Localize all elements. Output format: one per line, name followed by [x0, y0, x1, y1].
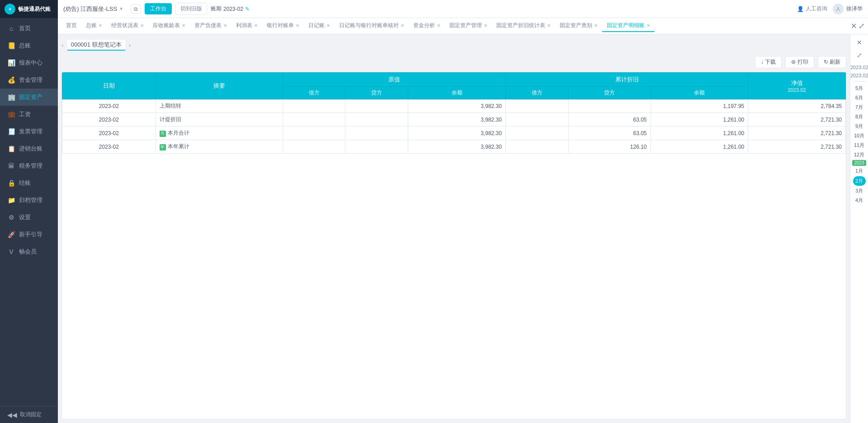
month-5月[interactable]: 5月 [850, 84, 868, 93]
breadcrumb-forward[interactable]: › [129, 42, 131, 49]
row-orig-debit-1 [283, 113, 345, 127]
year-2023-label[interactable]: 2023.02 [850, 63, 868, 71]
invoice-icon: 🧾 [7, 127, 15, 136]
row-orig-debit-3 [283, 140, 345, 154]
company-selector[interactable]: (劝告) 江西服坐-LSS ▼ [63, 5, 123, 13]
row-accum-debit-1 [505, 113, 568, 127]
home-icon: ⌂ [7, 24, 15, 33]
sidebar-item-fixed-assets[interactable]: 🏢 固定资产 [0, 89, 58, 106]
sidebar-item-reports[interactable]: 📊 报表中心 [0, 54, 58, 71]
breadcrumb: 000001 联想笔记本 [67, 40, 125, 51]
tab-close-bankcheck[interactable]: ✕ [401, 23, 404, 28]
period-label: 账期 [211, 5, 222, 13]
help-button[interactable]: 👤 人工咨询 [797, 5, 827, 13]
tab-assettype[interactable]: 固定资产类别✕ [555, 20, 602, 32]
tab-business[interactable]: 经营状况表✕ [107, 20, 148, 32]
tab-bank[interactable]: 银行对账单✕ [262, 20, 304, 32]
sidebar-item-label-member: 畅会员 [19, 248, 37, 256]
tab-fixedasset[interactable]: 固定资产管理✕ [445, 20, 492, 32]
tab-profit[interactable]: 利润表✕ [231, 20, 262, 32]
year-2023-label2[interactable]: 2023.02 [850, 71, 868, 80]
sidebar-item-salary[interactable]: 💼 工资 [0, 106, 58, 123]
row-accum-debit-0 [505, 99, 568, 113]
tab-bankcheck[interactable]: 日记账与银行对账单核对✕ [335, 20, 409, 32]
guide-icon: 🚀 [7, 230, 15, 239]
month-10月[interactable]: 10月 [850, 131, 868, 141]
tab-close-all[interactable]: ✕ [851, 22, 857, 30]
tab-depreciation[interactable]: 固定资产折旧统计表✕ [492, 20, 555, 32]
sidebar-item-general-ledger[interactable]: 📒 总账 [0, 37, 58, 54]
col-accum-group: 累计折旧 [505, 73, 748, 87]
row-summary-3: 本年累计 [168, 143, 189, 150]
help-icon: 👤 [797, 6, 804, 12]
content-main: ‹ 000001 联想笔记本 › ↓ 下载 ⊜ 打印 ↻ 刷新 日期 摘要 原值 [58, 34, 850, 423]
sidebar-item-sales[interactable]: 📋 进销台账 [0, 140, 58, 157]
user-menu[interactable]: 人 徐泽华 [833, 4, 863, 14]
col-accum-credit: 贷方 [568, 87, 651, 99]
tab-close-fixedasset[interactable]: ✕ [484, 23, 487, 28]
tab-journal[interactable]: 日记账✕ [304, 20, 335, 32]
tab-cashflow[interactable]: 资金分析✕ [409, 20, 445, 32]
tab-close-depreciation[interactable]: ✕ [547, 23, 551, 28]
sidebar-item-invoice[interactable]: 🧾 发票管理 [0, 123, 58, 140]
tab-label-journal: 日记账 [308, 22, 325, 29]
month-9月[interactable]: 9月 [850, 122, 868, 131]
sidebar-item-close[interactable]: 🔒 结账 [0, 174, 58, 192]
tab-close-receivable[interactable]: ✕ [182, 23, 185, 28]
copy-button[interactable]: ⧉ [131, 5, 141, 14]
sidebar-item-member[interactable]: V 畅会员 [0, 243, 58, 260]
sidebar-item-guide[interactable]: 🚀 新手引导 [0, 226, 58, 243]
tab-close-assets[interactable]: ✕ [223, 23, 227, 28]
tab-close-general[interactable]: ✕ [99, 23, 102, 28]
month-12月[interactable]: 12月 [850, 150, 868, 160]
refresh-button[interactable]: ↻ 刷新 [818, 56, 846, 68]
tab-receivable[interactable]: 应收账龄表✕ [148, 20, 190, 32]
sidebar-footer[interactable]: ◀◀ 取消固定 [0, 406, 58, 423]
row-orig-balance-3: 3,982.30 [408, 140, 506, 154]
sidebar-item-home[interactable]: ⌂ 首页 [0, 20, 58, 37]
col-summary: 摘要 [156, 73, 283, 99]
curr-month-2月[interactable]: 2月 [853, 176, 866, 186]
tab-general[interactable]: 总账✕ [81, 20, 107, 32]
tab-close-cashflow[interactable]: ✕ [437, 23, 440, 28]
tab-assets[interactable]: 资产负债表✕ [190, 20, 231, 32]
row-accum-balance-1: 1,261.00 [651, 113, 748, 127]
breadcrumb-bar: ‹ 000001 联想笔记本 › [61, 38, 846, 52]
tab-close-bank[interactable]: ✕ [296, 23, 299, 28]
panel-close-icon[interactable]: ✕ [857, 36, 862, 49]
row-desc-1: 计提折旧 [156, 113, 283, 127]
tab-home[interactable]: 首页 [61, 20, 81, 32]
row-accum-balance-2: 1,261.00 [651, 127, 748, 140]
sidebar-item-label-reports: 报表中心 [19, 59, 42, 67]
tab-assetdetail[interactable]: 固定资产明细账✕ [602, 20, 655, 32]
breadcrumb-back[interactable]: ‹ [61, 42, 64, 49]
month-8月[interactable]: 8月 [850, 112, 868, 122]
tab-close-journal[interactable]: ✕ [326, 23, 330, 28]
tab-close-profit[interactable]: ✕ [254, 23, 258, 28]
sidebar-item-label-fixed-assets: 固定资产 [19, 93, 42, 101]
sidebar-item-settings[interactable]: ⚙ 设置 [0, 209, 58, 226]
row-net-0: 2,784.35 [748, 99, 846, 113]
download-button[interactable]: ↓ 下载 [755, 56, 782, 68]
sidebar-item-funds[interactable]: 💰 资金管理 [0, 71, 58, 89]
period-edit-icon[interactable]: ✎ [245, 6, 250, 12]
month-6月[interactable]: 6月 [850, 93, 868, 103]
workbench-button[interactable]: 工作台 [145, 3, 172, 14]
curr-month-3月[interactable]: 3月 [850, 186, 868, 196]
pin-icon: ◀◀ [7, 411, 17, 418]
tab-close-assettype[interactable]: ✕ [594, 23, 598, 28]
month-7月[interactable]: 7月 [850, 103, 868, 112]
tab-label-depreciation: 固定资产折旧统计表 [496, 22, 545, 29]
print-button[interactable]: ⊜ 打印 [785, 56, 814, 68]
curr-month-1月[interactable]: 1月 [850, 166, 868, 176]
tab-close-assetdetail[interactable]: ✕ [646, 23, 650, 28]
curr-month-4月[interactable]: 4月 [850, 196, 868, 205]
sidebar-item-archive[interactable]: 📁 归档管理 [0, 192, 58, 209]
old-version-button[interactable]: 切到旧版 [175, 3, 207, 15]
sidebar-item-tax[interactable]: 🏛 税务管理 [0, 157, 58, 174]
month-11月[interactable]: 11月 [850, 141, 868, 150]
panel-expand-icon[interactable]: ⤢ [857, 49, 862, 61]
col-accum-debit: 借方 [505, 87, 568, 99]
tab-close-business[interactable]: ✕ [140, 23, 144, 28]
tab-expand[interactable]: ⤢ [859, 22, 864, 30]
